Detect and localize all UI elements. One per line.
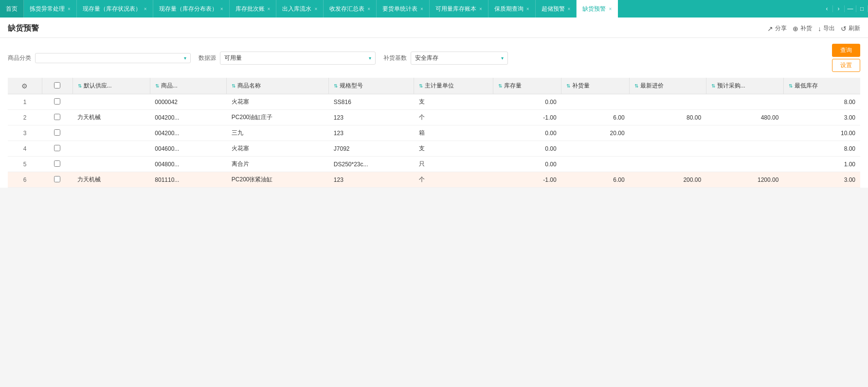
row-check-input-6[interactable] [54, 176, 60, 182]
tab-maximize-btn[interactable]: □ [856, 5, 868, 12]
tab-item-0[interactable]: 首页 [0, 0, 24, 18]
replenish-select-value: 安全库存 [415, 54, 438, 62]
tab-next-btn[interactable]: › [833, 5, 845, 12]
col-header-replenish[interactable]: ⇅ 补货量 [561, 78, 630, 94]
row-spec-5: DS250*23c... [329, 157, 414, 172]
row-check-input-2[interactable] [54, 114, 60, 120]
export-button[interactable]: ↓ 导出 [818, 24, 835, 33]
col-header-forecast[interactable]: ⇅ 预计采购... [706, 78, 783, 94]
tab-close-10[interactable]: × [568, 6, 571, 12]
row-check-input-1[interactable] [54, 98, 60, 105]
row-checkbox-1[interactable] [42, 94, 72, 110]
row-stock-2: -1.00 [493, 110, 561, 125]
row-name-5: 离合片 [227, 157, 329, 172]
tab-close-1[interactable]: × [68, 6, 71, 12]
row-checkbox-4[interactable] [42, 141, 72, 157]
tab-item-2[interactable]: 现存量（库存状况表）× [77, 0, 153, 18]
row-unit-2: 个 [414, 110, 493, 125]
col-header-spec[interactable]: ⇅ 规格型号 [329, 78, 414, 94]
row-check-input-5[interactable] [54, 160, 60, 167]
tab-close-5[interactable]: × [314, 6, 317, 12]
col-header-code[interactable]: ⇅ 商品... [150, 78, 227, 94]
tab-item-6[interactable]: 收发存汇总表× [324, 0, 377, 18]
datasource-dropdown-icon: ▾ [369, 55, 371, 61]
tab-close-7[interactable]: × [420, 6, 423, 12]
replenish-select[interactable]: 安全库存 ▾ [411, 52, 508, 65]
sort-icon-price: ⇅ [634, 83, 638, 88]
data-table: ⚙ ⇅ 默认供应... ⇅ 商品... [8, 78, 860, 188]
tab-close-4[interactable]: × [268, 6, 271, 12]
row-stock-4: 0.00 [493, 141, 561, 157]
share-button[interactable]: ↗ 分享 [767, 24, 787, 33]
col-header-stock[interactable]: ⇅ 库存量 [493, 78, 561, 94]
tab-item-9[interactable]: 保质期查询× [488, 0, 536, 18]
datasource-select-value: 可用量 [224, 54, 242, 62]
tab-minimize-btn[interactable]: — [845, 5, 856, 12]
table-row: 2 力天机械 004200... PC200油缸庄子 123 个 -1.00 6… [8, 110, 860, 125]
table-row: 3 004200... 三九 123 箱 0.00 20.00 10.00 [8, 125, 860, 141]
table-row: 6 力天机械 801110... PC200张紧油缸 123 个 -1.00 6… [8, 172, 860, 188]
tab-item-4[interactable]: 库存批次账× [230, 0, 277, 18]
row-supplier-4 [72, 141, 150, 157]
row-check-input-3[interactable] [54, 129, 60, 136]
tab-close-9[interactable]: × [526, 6, 529, 12]
row-checkbox-2[interactable] [42, 110, 72, 125]
tab-item-10[interactable]: 超储预警× [536, 0, 577, 18]
row-checkbox-5[interactable] [42, 157, 72, 172]
datasource-select[interactable]: 可用量 ▾ [220, 52, 376, 65]
col-header-settings[interactable]: ⚙ [8, 78, 42, 94]
row-checkbox-6[interactable] [42, 172, 72, 188]
page-header: 缺货预警 ↗ 分享 ⊕ 补货 ↓ 导出 ↺ 刷新 [0, 18, 868, 38]
tab-item-1[interactable]: 拣货异常处理× [24, 0, 77, 18]
col-header-unit[interactable]: ⇅ 主计量单位 [414, 78, 493, 94]
header-actions: ↗ 分享 ⊕ 补货 ↓ 导出 ↺ 刷新 [767, 24, 860, 33]
tab-item-3[interactable]: 现存量（库存分布表）× [153, 0, 230, 18]
tab-close-2[interactable]: × [144, 6, 147, 12]
replenish-button[interactable]: ⊕ 补货 [793, 24, 812, 33]
row-supplier-6: 力天机械 [72, 172, 150, 188]
tab-item-5[interactable]: 出入库流水× [276, 0, 324, 18]
category-select[interactable]: ▾ [35, 53, 191, 63]
row-stock-6: -1.00 [493, 172, 561, 188]
settings-button[interactable]: 设置 [832, 59, 860, 72]
row-name-2: PC200油缸庄子 [227, 110, 329, 125]
col-header-minstock[interactable]: ⇅ 最低库存 [783, 78, 860, 94]
export-icon: ↓ [818, 25, 821, 33]
refresh-button[interactable]: ↺ 刷新 [841, 24, 860, 33]
tab-item-7[interactable]: 要货单统计表× [377, 0, 430, 18]
col-header-price[interactable]: ⇅ 最新进价 [630, 78, 706, 94]
row-code-4: 004600... [150, 141, 227, 157]
sort-icon-code: ⇅ [155, 83, 159, 88]
query-button[interactable]: 查询 [832, 44, 860, 57]
tab-prev-btn[interactable]: ‹ [821, 5, 833, 12]
table-header-row: ⚙ ⇅ 默认供应... ⇅ 商品... [8, 78, 860, 94]
tab-item-8[interactable]: 可用量库存账本× [430, 0, 488, 18]
tab-close-8[interactable]: × [479, 6, 482, 12]
tab-item-11[interactable]: 缺货预警× [577, 0, 618, 18]
col-header-supplier[interactable]: ⇅ 默认供应... [72, 78, 150, 94]
row-forecast-2: 480.00 [706, 110, 783, 125]
row-minstock-3: 10.00 [783, 125, 860, 141]
row-unit-4: 支 [414, 141, 493, 157]
row-unit-5: 只 [414, 157, 493, 172]
row-forecast-4 [706, 141, 783, 157]
tab-close-3[interactable]: × [220, 6, 223, 12]
sort-icon-minstock: ⇅ [789, 83, 793, 88]
row-replenish-4 [561, 141, 630, 157]
tab-close-11[interactable]: × [609, 6, 612, 12]
row-forecast-6: 1200.00 [706, 172, 783, 188]
main-content: 缺货预警 ↗ 分享 ⊕ 补货 ↓ 导出 ↺ 刷新 商品分类 [0, 18, 868, 188]
category-label: 商品分类 [8, 54, 31, 62]
tab-close-6[interactable]: × [367, 6, 370, 12]
row-supplier-1 [72, 94, 150, 110]
datasource-label: 数据源 [199, 54, 216, 62]
col-header-name[interactable]: ⇅ 商品名称 [227, 78, 329, 94]
row-check-input-4[interactable] [54, 145, 60, 151]
replenish-label: 补货基数 [383, 54, 407, 62]
row-num-5: 5 [8, 157, 42, 172]
replenish-filter-group: 补货基数 安全库存 ▾ [383, 52, 508, 65]
table-gear-icon[interactable]: ⚙ [21, 82, 28, 90]
row-checkbox-3[interactable] [42, 125, 72, 141]
col-header-check[interactable] [42, 78, 72, 94]
select-all-checkbox[interactable] [54, 82, 60, 88]
